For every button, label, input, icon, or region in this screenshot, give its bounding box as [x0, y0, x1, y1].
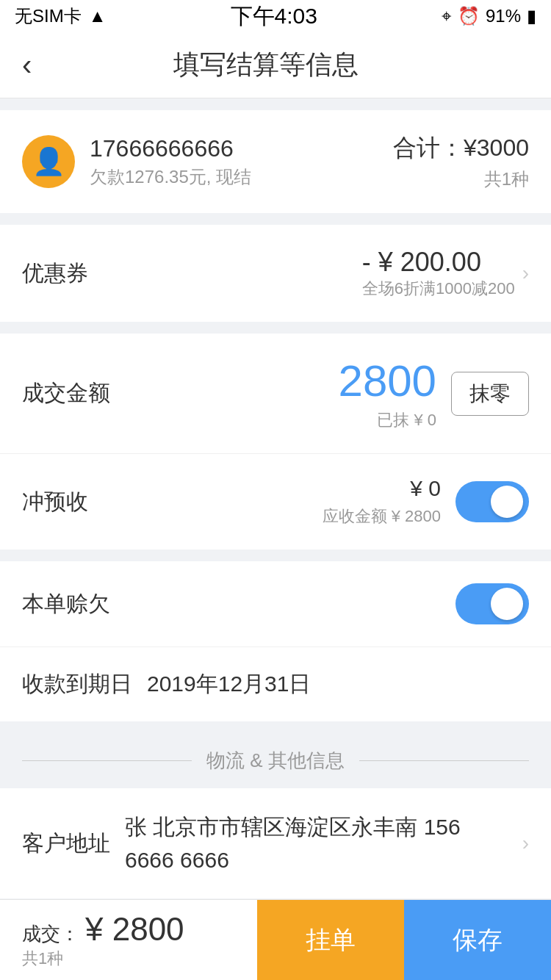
- coupon-label: 优惠券: [22, 259, 88, 289]
- back-button[interactable]: ‹: [22, 48, 32, 82]
- coupon-discount: - ¥ 200.00: [362, 247, 515, 278]
- address-row[interactable]: 客户地址 张 北京市市辖区海淀区永丰南 156 6666 6666 ›: [0, 788, 551, 898]
- logistics-line-right: [359, 760, 529, 761]
- logistics-label: 物流 & 其他信息: [206, 748, 345, 774]
- footer-deal-label: 成交：: [22, 921, 79, 947]
- status-bar-right: ⌖ ⏰ 91% ▮: [442, 6, 536, 26]
- prepayment-sub: 应收金额 ¥ 2800: [323, 505, 441, 527]
- page-title: 填写结算等信息: [46, 47, 485, 83]
- footer-deal-row: 成交： ¥ 2800: [22, 911, 235, 948]
- alarm-icon: ⏰: [458, 6, 480, 26]
- status-bar: 无SIM卡 ▲ 下午4:03 ⌖ ⏰ 91% ▮: [0, 0, 551, 32]
- deferred-toggle[interactable]: [455, 583, 529, 624]
- coupon-info: - ¥ 200.00 全场6折满1000减200: [362, 247, 515, 300]
- address-label: 客户地址: [22, 829, 110, 859]
- toggle-knob: [491, 486, 523, 518]
- save-button[interactable]: 保存: [404, 900, 551, 981]
- nav-bar: ‹ 填写结算等信息: [0, 32, 551, 98]
- customer-card: 👤 17666666666 欠款1276.35元, 现结 合计：¥3000 共1…: [0, 110, 551, 213]
- deferred-label: 本单赊欠: [22, 589, 110, 619]
- customer-info-left: 👤 17666666666 欠款1276.35元, 现结: [22, 135, 251, 189]
- location-icon: ⌖: [442, 6, 452, 26]
- customer-phone: 17666666666: [90, 135, 251, 162]
- round-down-button[interactable]: 抹零: [451, 372, 529, 416]
- prepayment-label: 冲预收: [22, 487, 88, 517]
- pending-button[interactable]: 挂单: [257, 900, 404, 981]
- prepayment-toggle-wrap: ¥ 0 应收金额 ¥ 2800: [323, 476, 441, 527]
- status-bar-time: 下午4:03: [231, 1, 317, 32]
- section-divider-1: [0, 322, 551, 334]
- transaction-sub: 已抹 ¥ 0: [339, 409, 436, 431]
- total-count: 共1种: [393, 167, 529, 191]
- transaction-value: 2800: [339, 356, 436, 406]
- deferred-right: [455, 583, 529, 624]
- sim-status: 无SIM卡: [15, 4, 82, 28]
- transaction-right: 2800 已抹 ¥ 0 抹零: [339, 356, 529, 431]
- prepayment-toggle[interactable]: [455, 481, 529, 522]
- coupon-right: - ¥ 200.00 全场6折满1000减200 ›: [362, 247, 529, 300]
- transaction-amount-row: 成交金额 2800 已抹 ¥ 0 抹零: [0, 334, 551, 454]
- due-date-label: 收款到期日: [22, 669, 132, 699]
- logistics-line-left: [22, 760, 192, 761]
- due-date-row: 收款到期日 2019年12月31日: [0, 646, 551, 721]
- total-amount: 合计：¥3000: [393, 132, 529, 165]
- footer: 成交： ¥ 2800 共1种 挂单 保存: [0, 899, 551, 980]
- due-date-value: 2019年12月31日: [147, 669, 311, 699]
- wifi-icon: ▲: [89, 6, 107, 26]
- deferred-toggle-knob: [491, 588, 523, 620]
- coupon-chevron: ›: [522, 262, 529, 285]
- footer-amount: ¥ 2800: [85, 911, 184, 948]
- prepayment-amount: ¥ 0: [410, 476, 441, 501]
- battery-icon: ▮: [527, 6, 536, 26]
- address-content: 张 北京市市辖区海淀区永丰南 156 6666 6666: [125, 810, 508, 876]
- avatar: 👤: [22, 135, 75, 188]
- section-divider-3: [0, 721, 551, 733]
- customer-details: 17666666666 欠款1276.35元, 现结: [90, 135, 251, 189]
- section-divider-2: [0, 550, 551, 561]
- address-chevron: ›: [522, 832, 529, 855]
- customer-info-right: 合计：¥3000 共1种: [393, 132, 529, 191]
- transaction-amount-wrap: 2800 已抹 ¥ 0: [339, 356, 436, 431]
- avatar-icon: 👤: [32, 146, 65, 177]
- customer-sub: 欠款1276.35元, 现结: [90, 165, 251, 189]
- battery-level: 91%: [486, 6, 521, 26]
- coupon-desc: 全场6折满1000减200: [362, 278, 515, 300]
- status-bar-left: 无SIM卡 ▲: [15, 4, 106, 28]
- prepayment-row: 冲预收 ¥ 0 应收金额 ¥ 2800: [0, 454, 551, 550]
- deferred-row: 本单赊欠: [0, 561, 551, 646]
- footer-count: 共1种: [22, 948, 235, 970]
- prepayment-right: ¥ 0 应收金额 ¥ 2800: [323, 476, 529, 527]
- transaction-label: 成交金额: [22, 378, 110, 408]
- deferred-section: 本单赊欠: [0, 561, 551, 646]
- form-section: 成交金额 2800 已抹 ¥ 0 抹零 冲预收 ¥ 0 应收金额 ¥ 2800: [0, 334, 551, 550]
- footer-info: 成交： ¥ 2800 共1种: [0, 911, 257, 970]
- coupon-row[interactable]: 优惠券 - ¥ 200.00 全场6折满1000减200 ›: [0, 225, 551, 322]
- logistics-header: 物流 & 其他信息: [0, 733, 551, 788]
